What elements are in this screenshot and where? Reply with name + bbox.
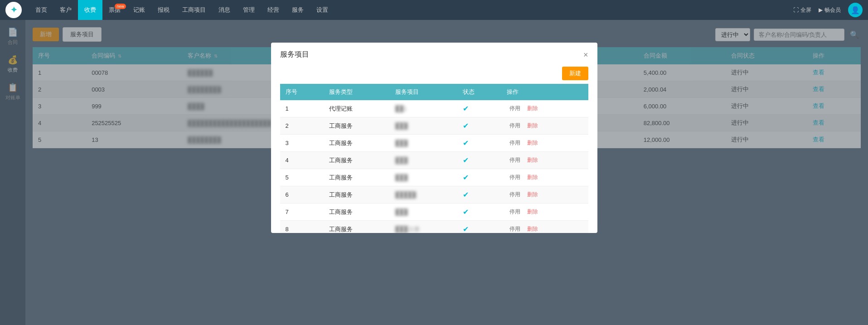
delete-button[interactable]: 删除 (524, 173, 541, 182)
modal-table-row: 2 工商服务 ███ ✔ 停用 删除 (280, 117, 588, 135)
delete-button[interactable]: 删除 (524, 190, 541, 199)
stop-button[interactable]: 停用 (507, 207, 523, 217)
modal-title: 服务项目 (280, 50, 309, 59)
modal-overlay: 服务项目 × 新建 序号 服务类型 服务项目 状态 操作 1 代理记账 (0, 20, 868, 325)
modal-cell-type: 工商服务 (324, 117, 390, 135)
delete-button[interactable]: 删除 (524, 104, 541, 113)
nav-menu: 首页 客户 收费 票据 new 记账 报税 工商项目 消息 管理 经营 服务 设… (29, 0, 793, 20)
nav-item-service[interactable]: 服务 (286, 0, 310, 20)
modal-cell-item: ███ (390, 204, 457, 221)
fullscreen-button[interactable]: ⛶ 全屏 (793, 6, 811, 14)
modal-cell-type: 工商服务 (324, 169, 390, 186)
modal-cell-seq: 3 (280, 135, 324, 152)
modal-cell-type: 工商服务 (324, 152, 390, 169)
nav-item-message[interactable]: 消息 (212, 0, 237, 20)
modal-cell-status: ✔ (457, 186, 501, 204)
status-active-icon: ✔ (463, 225, 469, 233)
modal-cell-status: ✔ (457, 169, 501, 186)
modal-new-button[interactable]: 新建 (562, 67, 588, 80)
nav-item-charge[interactable]: 收费 (78, 0, 102, 20)
modal-cell-item: ██1 (390, 100, 457, 117)
modal-close-button[interactable]: × (583, 51, 588, 59)
modal-cell-actions: 停用 删除 (501, 204, 588, 221)
modal-cell-item: ███注册 (390, 221, 457, 233)
modal-cell-actions: 停用 删除 (501, 135, 588, 152)
modal-cell-actions: 停用 删除 (501, 221, 588, 233)
modal-cell-seq: 1 (280, 100, 324, 117)
modal-table-row: 6 工商服务 █████ ✔ 停用 删除 (280, 186, 588, 204)
modal-cell-seq: 4 (280, 152, 324, 169)
modal-cell-seq: 2 (280, 117, 324, 135)
delete-button[interactable]: 删除 (524, 138, 541, 148)
nav-item-business[interactable]: 工商项目 (176, 0, 212, 20)
stop-button[interactable]: 停用 (507, 155, 523, 165)
service-items-modal: 服务项目 × 新建 序号 服务类型 服务项目 状态 操作 1 代理记账 (271, 43, 597, 233)
modal-table-row: 4 工商服务 ███ ✔ 停用 删除 (280, 152, 588, 169)
modal-cell-actions: 停用 删除 (501, 186, 588, 204)
nav-item-operation[interactable]: 经营 (261, 0, 286, 20)
modal-cell-type: 工商服务 (324, 221, 390, 233)
modal-cell-item: ███ (390, 152, 457, 169)
member-button[interactable]: ▶ 畅会员 (819, 6, 841, 14)
modal-cell-actions: 停用 删除 (501, 100, 588, 117)
modal-cell-actions: 停用 删除 (501, 169, 588, 186)
modal-cell-status: ✔ (457, 135, 501, 152)
nav-item-home[interactable]: 首页 (29, 0, 53, 20)
member-icon: ▶ (819, 7, 823, 13)
modal-cell-seq: 6 (280, 186, 324, 204)
modal-toolbar: 新建 (271, 63, 597, 84)
nav-item-manage[interactable]: 管理 (237, 0, 261, 20)
logo-icon: ✦ (10, 5, 17, 15)
stop-button[interactable]: 停用 (507, 121, 523, 131)
nav-right-area: ⛶ 全屏 ▶ 畅会员 👤 (793, 3, 863, 17)
modal-cell-status: ✔ (457, 117, 501, 135)
nav-item-invoice[interactable]: 票据 new (102, 0, 127, 20)
delete-button[interactable]: 删除 (524, 224, 541, 233)
status-active-icon: ✔ (463, 208, 469, 216)
status-active-icon: ✔ (463, 139, 469, 147)
modal-col-type: 服务类型 (324, 84, 390, 100)
nav-item-settings[interactable]: 设置 (310, 0, 335, 20)
modal-body: 序号 服务类型 服务项目 状态 操作 1 代理记账 ██1 ✔ 停用 删除 2 … (271, 84, 597, 233)
top-navigation: ✦ 首页 客户 收费 票据 new 记账 报税 工商项目 消息 管理 经营 服务… (0, 0, 868, 20)
modal-cell-status: ✔ (457, 100, 501, 117)
modal-cell-status: ✔ (457, 221, 501, 233)
modal-cell-seq: 8 (280, 221, 324, 233)
modal-cell-item: ███ (390, 117, 457, 135)
avatar[interactable]: 👤 (848, 3, 863, 17)
modal-cell-status: ✔ (457, 152, 501, 169)
stop-button[interactable]: 停用 (507, 138, 523, 148)
modal-cell-actions: 停用 删除 (501, 152, 588, 169)
modal-cell-status: ✔ (457, 204, 501, 221)
modal-cell-seq: 5 (280, 169, 324, 186)
modal-cell-seq: 7 (280, 204, 324, 221)
delete-button[interactable]: 删除 (524, 121, 541, 131)
modal-table-row: 3 工商服务 ███ ✔ 停用 删除 (280, 135, 588, 152)
delete-button[interactable]: 删除 (524, 207, 541, 217)
stop-button[interactable]: 停用 (507, 224, 523, 233)
avatar-icon: 👤 (851, 6, 860, 15)
modal-col-status: 状态 (457, 84, 501, 100)
modal-header: 服务项目 × (271, 43, 597, 63)
modal-table-row: 8 工商服务 ███注册 ✔ 停用 删除 (280, 221, 588, 233)
modal-cell-actions: 停用 删除 (501, 117, 588, 135)
status-active-icon: ✔ (463, 191, 469, 199)
status-active-icon: ✔ (463, 174, 469, 181)
logo[interactable]: ✦ (5, 2, 22, 18)
fullscreen-icon: ⛶ (793, 7, 799, 13)
modal-cell-item: █████ (390, 186, 457, 204)
nav-item-bookkeeping[interactable]: 记账 (127, 0, 151, 20)
stop-button[interactable]: 停用 (507, 173, 523, 182)
modal-cell-type: 工商服务 (324, 135, 390, 152)
status-active-icon: ✔ (463, 156, 469, 164)
status-active-icon: ✔ (463, 105, 469, 112)
nav-item-client[interactable]: 客户 (53, 0, 78, 20)
stop-button[interactable]: 停用 (507, 190, 523, 199)
status-active-icon: ✔ (463, 122, 469, 130)
nav-item-tax[interactable]: 报税 (151, 0, 176, 20)
modal-col-item: 服务项目 (390, 84, 457, 100)
modal-cell-item: ███ (390, 169, 457, 186)
delete-button[interactable]: 删除 (524, 155, 541, 165)
stop-button[interactable]: 停用 (507, 104, 523, 113)
modal-col-seq: 序号 (280, 84, 324, 100)
